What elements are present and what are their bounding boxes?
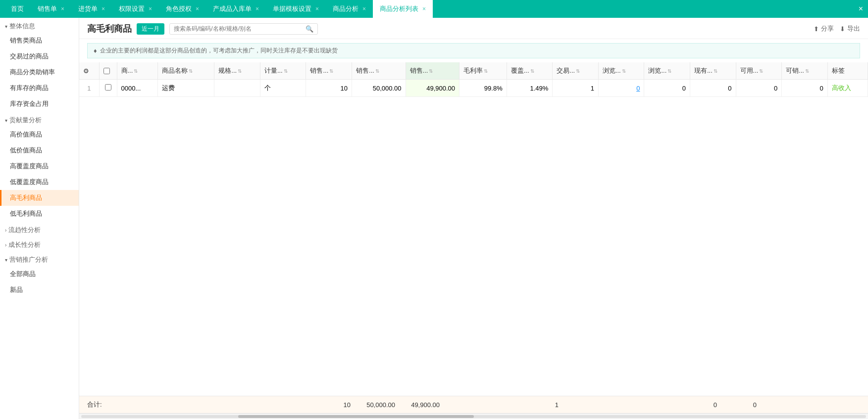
col-sales-cost[interactable]: 销售...⇅ [406,62,460,80]
sidebar-item-low-value[interactable]: 低价值商品 [0,142,79,158]
horizontal-scrollbar[interactable] [79,413,868,419]
table-footer: 合计: 10 50,000.00 49,900.00 1 0 0 [79,396,868,413]
col-current-stock[interactable]: 现有...⇅ [690,62,736,80]
arrow-icon: ▾ [5,24,7,29]
search-box: 🔍 [169,23,318,35]
footer-sales-cost: 49,900.00 [399,401,444,409]
content-area: 高毛利商品 近一月 🔍 ⬆ 分享 ⬇ 导出 ♦ 企业的主要的利润都是这部分商品创… [79,18,868,419]
col-views1[interactable]: 浏览...⇅ [598,62,644,80]
cell-unit: 个 [260,80,306,97]
cell-sales-cost: 49,900.00 [406,80,460,97]
sidebar-item-low-coverage[interactable]: 低覆盖度商品 [0,174,79,190]
sort-icon: ⇅ [667,68,671,74]
header-actions: ⬆ 分享 ⬇ 导出 [814,24,860,33]
sidebar-group-contribution[interactable]: ▾ 贡献量分析 [0,112,79,127]
col-gross-margin[interactable]: 毛利率⇅ [460,62,507,80]
select-all-checkbox[interactable] [103,68,110,74]
arrow-icon: ▾ [5,118,7,123]
sidebar-item-sales-goods[interactable]: 销售类商品 [0,33,79,48]
scroll-thumb[interactable] [238,415,474,418]
close-window-button[interactable]: × [859,4,863,13]
nav-close-icon[interactable]: × [422,5,426,12]
col-sales-qty[interactable]: 销售...⇅ [306,62,352,80]
nav-close-icon[interactable]: × [149,5,152,12]
nav-role-auth[interactable]: 角色授权 × [159,0,206,18]
sort-icon: ⇅ [134,68,138,74]
settings-icon[interactable]: ⚙ [83,67,89,75]
nav-close-icon[interactable]: × [102,5,105,12]
nav-close-icon[interactable]: × [362,5,366,12]
scroll-track[interactable] [81,415,866,418]
col-available-stock[interactable]: 可用...⇅ [736,62,782,80]
sort-icon: ⇅ [189,68,193,74]
sort-icon: ⇅ [284,68,288,74]
nav-product-analysis-list[interactable]: 商品分析列表 × [373,0,433,18]
col-index: ⚙ [79,62,99,80]
cell-index: 1 [79,80,99,97]
sidebar-item-traded-goods[interactable]: 交易过的商品 [0,48,79,64]
col-unit[interactable]: 计量...⇅ [260,62,306,80]
cell-code: 0000... [117,80,157,97]
nav-purchase-order[interactable]: 进货单 × [71,0,112,18]
arrow-right-icon: › [5,242,6,248]
sidebar-item-category-rate[interactable]: 商品分类助销率 [0,64,79,80]
sidebar-item-new-goods[interactable]: 新品 [0,282,79,298]
nav-close-icon[interactable]: × [61,5,64,12]
sidebar-item-high-value[interactable]: 高价值商品 [0,127,79,142]
cell-sales-qty: 10 [306,80,352,97]
sort-icon: ⇅ [375,68,379,74]
sidebar-group-growth[interactable]: › 成长性分析 [0,236,79,251]
sidebar-item-all-goods[interactable]: 全部商品 [0,266,79,282]
nav-product-storage[interactable]: 产成品入库单 × [206,0,266,18]
nav-close-icon[interactable]: × [196,5,199,12]
filter-recent-month-button[interactable]: 近一月 [137,23,164,35]
footer-transactions: 1 [523,401,562,409]
export-button[interactable]: ⬇ 导出 [840,24,860,33]
footer-sales-amount: 50,000.00 [355,401,399,409]
sort-icon: ⇅ [714,68,717,74]
row-checkbox[interactable] [105,84,111,91]
col-spec[interactable]: 规格...⇅ [214,62,260,80]
sidebar-group-marketing[interactable]: ▾ 营销推广分析 [0,251,79,266]
sidebar-item-low-margin[interactable]: 低毛利商品 [0,206,79,222]
col-name[interactable]: 商品名称⇅ [157,62,214,80]
nav-template-setting[interactable]: 单据模板设置 × [266,0,326,18]
footer-spacer [127,401,226,409]
footer-spacer5 [483,401,523,409]
col-checkbox [99,62,117,80]
cell-current-stock: 0 [690,80,736,97]
sidebar-group-overall[interactable]: ▾ 整体信息 [0,18,79,33]
nav-sales-order[interactable]: 销售单 × [31,0,71,18]
nav-close-icon[interactable]: × [255,5,259,12]
nav-close-icon[interactable]: × [315,5,319,12]
sort-icon: ⇅ [530,68,534,74]
footer-spacer8 [642,401,681,409]
search-input[interactable] [174,25,303,32]
col-code[interactable]: 商...⇅ [117,62,157,80]
search-icon[interactable]: 🔍 [306,25,313,33]
nav-product-analysis[interactable]: 商品分析 × [326,0,373,18]
cell-checkbox [99,80,117,97]
sidebar-item-stocked-goods[interactable]: 有库存的商品 [0,80,79,96]
nav-permission-setting[interactable]: 权限设置 × [112,0,159,18]
views1-link[interactable]: 0 [636,85,640,92]
share-button[interactable]: ⬆ 分享 [814,24,834,33]
sidebar-collapse-button[interactable]: « [79,209,79,229]
sidebar-item-high-margin[interactable]: 高毛利商品 [0,190,79,206]
sidebar-group-trend[interactable]: › 流趋性分析 [0,222,79,236]
sidebar-item-high-coverage[interactable]: 高覆盖度商品 [0,158,79,174]
sort-icon: ⇅ [759,68,763,74]
col-transactions[interactable]: 交易...⇅ [553,62,599,80]
col-sales-amount[interactable]: 销售...⇅ [352,62,406,80]
col-views2[interactable]: 浏览...⇅ [644,62,690,80]
info-banner: ♦ 企业的主要的利润都是这部分商品创造的，可考虑加大推广，同时关注库存是不要出现… [87,43,860,58]
cell-sellable-stock: 0 [782,80,828,97]
col-coverage[interactable]: 覆盖...⇅ [507,62,553,80]
footer-spacer6 [562,401,602,409]
page-title: 高毛利商品 [87,23,132,35]
footer-label: 合计: [87,400,117,409]
col-sellable-stock[interactable]: 可销...⇅ [782,62,828,80]
sort-icon: ⇅ [576,68,580,74]
sidebar-item-stock-capital[interactable]: 库存资金占用 [0,96,79,112]
nav-home[interactable]: 首页 [4,0,31,18]
